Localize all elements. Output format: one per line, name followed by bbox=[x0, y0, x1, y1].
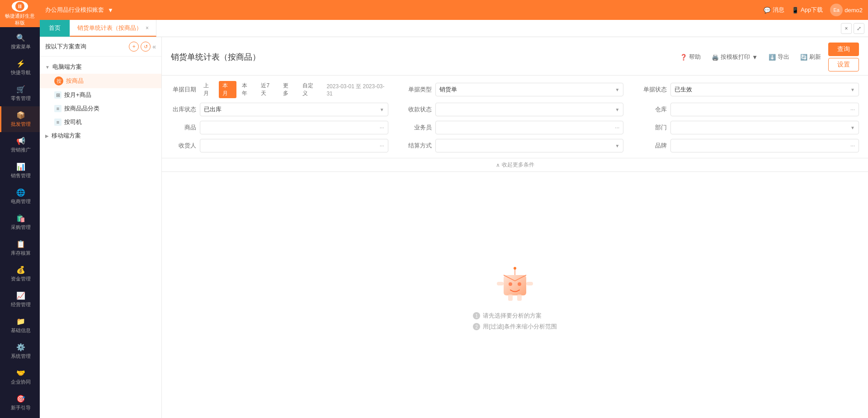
collapse-row: ∧ 收起更多条件 bbox=[162, 158, 868, 172]
topbar: 办公用品行业模拟账套 ▼ 💬 消息 📱 App下载 Ea demo2 bbox=[40, 0, 868, 20]
sidebar-item-sales[interactable]: 📊 销售管理 bbox=[0, 158, 40, 184]
sidebar-item-quick[interactable]: ⚡ 快捷导航 bbox=[0, 55, 40, 81]
finance-icon: 💰 bbox=[16, 266, 25, 274]
filter-goods-control[interactable]: ··· bbox=[200, 121, 388, 134]
sidebar-item-system-label: 系统管理 bbox=[11, 353, 31, 360]
tree-child-by-driver[interactable]: ≡ 按司机 bbox=[40, 115, 161, 129]
template-print-label: 按模板打印 bbox=[721, 53, 750, 61]
tree-pc-section[interactable]: ▼ 电脑端方案 bbox=[40, 60, 161, 74]
by-month-goods-icon: ⊞ bbox=[54, 91, 61, 99]
search-icon: 🔍 bbox=[16, 33, 25, 42]
sidebar-item-enterprise-label: 企业协同 bbox=[11, 379, 31, 385]
sidebar-item-system[interactable]: ⚙️ 系统管理 bbox=[0, 338, 40, 364]
sidebar-item-guide[interactable]: 🎯 新手引导 bbox=[0, 390, 40, 416]
tab-home-label: 首页 bbox=[49, 24, 61, 32]
ecommerce-icon: 🌐 bbox=[16, 188, 25, 197]
date-tab-lastmonth[interactable]: 上月 bbox=[200, 81, 217, 98]
collectstatus-dropdown-icon: ▼ bbox=[615, 107, 619, 112]
tab-report[interactable]: 销货单统计表（按商品） × bbox=[70, 20, 156, 37]
avatar: Ea bbox=[830, 4, 843, 16]
filter-outstatus-control[interactable]: 已出库 ▼ bbox=[200, 103, 388, 116]
filter-warehouse-control[interactable]: ··· bbox=[670, 103, 859, 116]
filter-receiver-control[interactable]: ··· bbox=[200, 139, 388, 152]
warehouse-dots-icon[interactable]: ··· bbox=[850, 106, 855, 113]
receiver-dots-icon[interactable]: ··· bbox=[380, 142, 384, 149]
date-tab-7days[interactable]: 近7天 bbox=[257, 81, 278, 98]
sidebar-item-enterprise[interactable]: 🤝 企业协同 bbox=[0, 364, 40, 390]
filter-salesman-item: 业务员 ··· bbox=[406, 121, 624, 134]
settings-btn[interactable]: 设置 bbox=[828, 58, 859, 71]
marketing-icon: 📢 bbox=[16, 137, 25, 145]
filter-row-2: 出库状态 已出库 ▼ 收款状态 ▼ bbox=[171, 103, 859, 116]
sidebar-item-retail[interactable]: 🛒 零售管理 bbox=[0, 81, 40, 106]
right-content: 销货单统计表（按商品） ❓ 帮助 🖨️ 按模板打印 ▼ ⬇️ bbox=[162, 37, 868, 418]
topbar-user-btn[interactable]: Ea demo2 bbox=[830, 4, 863, 16]
salesman-dots-icon[interactable]: ··· bbox=[615, 124, 619, 131]
tree-child-by-category[interactable]: ≡ 按商品品分类 bbox=[40, 102, 161, 115]
filter-docstatus-control[interactable]: 已生效 ▼ bbox=[670, 83, 859, 96]
filter-collectstatus-control[interactable]: ▼ bbox=[435, 103, 624, 116]
sidebar-item-ecommerce-label: 电商管理 bbox=[11, 198, 31, 205]
refresh-scheme-btn[interactable]: ↺ bbox=[141, 42, 151, 52]
filter-warehouse-label: 仓库 bbox=[642, 105, 667, 114]
topbar-message-btn[interactable]: 💬 消息 bbox=[764, 6, 784, 14]
tree-child-by-goods[interactable]: 按 按商品 bbox=[40, 74, 161, 88]
sidebar-item-purchase[interactable]: 🛍️ 采购管理 bbox=[0, 209, 40, 235]
sidebar-item-marketing-label: 营销推广 bbox=[11, 147, 31, 153]
refresh-btn[interactable]: 🔄 刷新 bbox=[797, 51, 825, 63]
sidebar-item-search[interactable]: 🔍 搜索菜单 bbox=[0, 29, 40, 55]
sidebar-item-ecommerce[interactable]: 🌐 电商管理 bbox=[0, 184, 40, 209]
date-tab-more[interactable]: 更多 bbox=[279, 81, 297, 98]
filter-date-label: 单据日期 bbox=[171, 86, 196, 94]
date-tab-thismonth[interactable]: 本月 bbox=[219, 81, 236, 98]
sidebar-item-appcenter[interactable]: 🔲 应用中心 bbox=[0, 416, 40, 418]
sidebar-item-basic[interactable]: 📁 基础信息 bbox=[0, 313, 40, 338]
sidebar-item-inventory[interactable]: 📋 库存核算 bbox=[0, 235, 40, 261]
date-tab-thisyear[interactable]: 本年 bbox=[238, 81, 255, 98]
sidebar-item-operation[interactable]: 📈 经营管理 bbox=[0, 287, 40, 313]
help-btn[interactable]: ❓ 帮助 bbox=[676, 51, 704, 63]
topbar-download-btn[interactable]: 📱 App下载 bbox=[792, 6, 823, 14]
empty-tips: 1 请先选择要分析的方案 2 用[过滤]条件来缩小分析范围 bbox=[473, 312, 557, 331]
sidebar-item-search-label: 搜索菜单 bbox=[11, 43, 31, 50]
sidebar-item-finance[interactable]: 💰 资金管理 bbox=[0, 261, 40, 287]
export-btn[interactable]: ⬇️ 导出 bbox=[765, 51, 793, 63]
topbar-industry-label: 办公用品行业模拟账套 bbox=[45, 6, 104, 14]
add-scheme-btn[interactable]: + bbox=[129, 42, 139, 52]
sidebar-item-marketing[interactable]: 📢 营销推广 bbox=[0, 132, 40, 158]
tree-child-by-month-goods-label: 按月+商品 bbox=[64, 91, 91, 99]
svg-rect-6 bbox=[526, 282, 533, 285]
filter-warehouse-item: 仓库 ··· bbox=[642, 103, 859, 116]
download-icon: 📱 bbox=[792, 7, 799, 14]
filter-department-label: 部门 bbox=[642, 124, 667, 132]
date-tab-custom[interactable]: 自定义 bbox=[299, 81, 321, 98]
tab-fullscreen-btn[interactable]: ⤢ bbox=[854, 23, 864, 34]
retail-icon: 🛒 bbox=[16, 85, 25, 94]
filter-receiver-item: 收货人 ··· bbox=[171, 139, 388, 152]
template-print-btn[interactable]: 🖨️ 按模板打印 ▼ bbox=[708, 51, 761, 63]
filter-settle-control[interactable]: ▼ bbox=[435, 139, 624, 152]
tab-close-icon[interactable]: × bbox=[146, 25, 149, 31]
basic-icon: 📁 bbox=[16, 317, 25, 326]
tree-mobile-section[interactable]: ▶ 移动端方案 bbox=[40, 129, 161, 142]
filter-department-control[interactable]: ▼ bbox=[670, 121, 859, 134]
collapse-conditions-btn[interactable]: ∧ 收起更多条件 bbox=[496, 161, 534, 169]
topbar-download-label: App下载 bbox=[801, 6, 823, 14]
query-btn[interactable]: 查询 bbox=[828, 43, 859, 56]
settle-dropdown-icon: ▼ bbox=[615, 143, 619, 148]
empty-illustration bbox=[492, 259, 538, 304]
brand-dots-icon[interactable]: ··· bbox=[850, 142, 855, 149]
tree-child-by-month-goods[interactable]: ⊞ 按月+商品 bbox=[40, 88, 161, 102]
sidebar-item-wholesale[interactable]: 📦 批发管理 bbox=[0, 106, 40, 132]
filter-goods-label: 商品 bbox=[171, 124, 196, 132]
collapse-panel-btn[interactable]: « bbox=[152, 43, 156, 50]
filter-salesman-control[interactable]: ··· bbox=[435, 121, 624, 134]
tab-home[interactable]: 首页 bbox=[40, 20, 70, 37]
filter-outstatus-item: 出库状态 已出库 ▼ bbox=[171, 103, 388, 116]
filter-doctype-control[interactable]: 销货单 ▼ bbox=[435, 83, 624, 96]
filter-brand-control[interactable]: ··· bbox=[670, 139, 859, 152]
goods-dots-icon[interactable]: ··· bbox=[380, 124, 384, 131]
guide-icon: 🎯 bbox=[16, 394, 25, 403]
tab-close-window-btn[interactable]: × bbox=[841, 23, 852, 34]
system-icon: ⚙️ bbox=[16, 343, 25, 352]
